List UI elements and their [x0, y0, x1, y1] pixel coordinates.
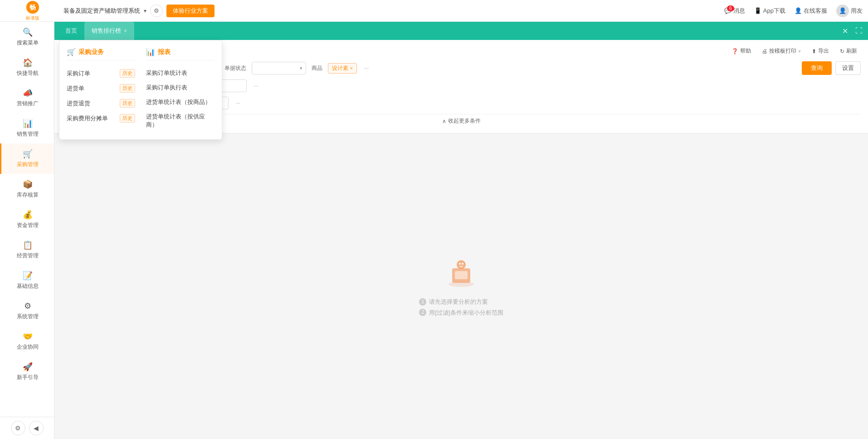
sidebar-label-inventory: 库存核算 [17, 191, 39, 199]
help-label: 帮助 [740, 47, 751, 55]
purchase-business-section: 🛒 采购业务 采购订单 历史 进货单 历史 进货退货 历史 采购费用分摊单 历史 [67, 48, 135, 132]
print-label: 按模板打印 [769, 47, 796, 55]
order-stats-label: 采购订单统计表 [146, 69, 187, 77]
voucher-status-select[interactable] [252, 62, 306, 74]
sidebar-item-search[interactable]: 🔍 搜索菜单 [0, 22, 54, 52]
goods-tag-text: 设计素 [332, 64, 348, 72]
print-dropdown-icon: ▾ [798, 48, 801, 54]
sidebar-item-nav[interactable]: 🏠 快捷导航 [0, 52, 54, 83]
empty-state: 1 请先选择要分析的方案 2 用[过滤]条件来缩小分析范围 [419, 255, 503, 318]
sidebar-item-marketing[interactable]: 📣 营销推广 [0, 83, 54, 113]
refresh-btn[interactable]: ↻ 刷新 [836, 45, 861, 57]
sidebar-item-base[interactable]: 📝 基础信息 [0, 265, 54, 296]
menu-item-return[interactable]: 进货退货 历史 [67, 96, 135, 111]
sidebar-label-collab: 企业协同 [17, 343, 39, 351]
base-icon: 📝 [23, 271, 33, 281]
tip-num-1: 1 [419, 298, 426, 306]
sidebar-label-base: 基础信息 [17, 282, 39, 290]
guide-icon: 🚀 [23, 362, 33, 372]
menu-sections: 🛒 采购业务 采购订单 历史 进货单 历史 进货退货 历史 采购费用分摊单 历史 [67, 48, 215, 132]
message-label: 消息 [733, 7, 745, 15]
sidebar-item-guide[interactable]: 🚀 新手引导 [0, 356, 54, 387]
settings-btn[interactable]: 设置 [835, 61, 861, 75]
salesman-more-btn[interactable]: ··· [252, 81, 260, 91]
system-name: 装备及固定资产辅助管理系统 [63, 7, 140, 15]
print-icon: 🖨 [762, 48, 767, 54]
incoming-badge: 历史 [120, 84, 135, 93]
tab-bar: 首页 销售排行榜 × ✕ ⛶ [54, 22, 868, 40]
order-exec-label: 采购订单执行表 [146, 84, 187, 92]
sidebar-item-system[interactable]: ⚙ 系统管理 [0, 296, 54, 326]
sidebar-label-system: 系统管理 [17, 313, 39, 321]
sidebar-item-sales[interactable]: 📊 销售管理 [0, 113, 54, 143]
menu-item-incoming-goods[interactable]: 进货单统计表（按商品） [146, 95, 215, 109]
online-service-label: 在线客服 [804, 7, 827, 15]
gear-button[interactable]: ⚙ [150, 5, 163, 17]
svg-point-5 [457, 260, 466, 269]
tab-close-icon[interactable]: × [124, 28, 127, 34]
collab-icon: 🤝 [23, 331, 33, 341]
goods-tag-close[interactable]: × [350, 65, 353, 71]
export-btn[interactable]: ⬆ 导出 [808, 45, 833, 57]
top-bar-right: 💬 6 消息 📱 App下载 👤 在线客服 👤 用友 [724, 5, 863, 17]
top-bar: 畅 标准版 装备及固定资产辅助管理系统 ▾ ⚙ 体验行业方案 💬 6 消息 📱 … [0, 0, 868, 22]
goods-more-btn[interactable]: ··· [362, 63, 371, 73]
sidebar-item-operations[interactable]: 📋 经营管理 [0, 235, 54, 265]
empty-tip-2: 2 用[过滤]条件来缩小分析范围 [419, 307, 503, 318]
incoming-label: 进货单 [67, 84, 84, 93]
incoming-supplier-label: 进货单统计表（按供应商） [146, 113, 215, 129]
menu-item-order-stats[interactable]: 采购订单统计表 [146, 66, 215, 80]
customer-more-btn[interactable]: ··· [234, 98, 242, 108]
tab-close-all-btn[interactable]: ✕ [840, 25, 850, 37]
collapse-sidebar-btn[interactable]: ◀ [29, 421, 44, 435]
system-dropdown[interactable]: ▾ [144, 8, 146, 14]
message-action[interactable]: 💬 6 消息 [724, 7, 745, 15]
home-icon: 🏠 [23, 58, 33, 68]
menu-item-incoming-supplier[interactable]: 进货单统计表（按供应商） [146, 109, 215, 132]
tab-maximize-btn[interactable]: ⛶ [853, 25, 864, 37]
query-btn[interactable]: 查询 [802, 61, 832, 75]
empty-illustration [443, 255, 479, 291]
message-badge: 6 [727, 5, 734, 11]
report-section-icon: 📊 [146, 48, 155, 56]
page-content: 1 请先选择要分析的方案 2 用[过滤]条件来缩小分析范围 [54, 133, 868, 439]
purchase-order-label: 采购订单 [67, 69, 90, 78]
help-btn[interactable]: ❓ 帮助 [728, 45, 755, 57]
sidebar-item-inventory[interactable]: 📦 库存核算 [0, 174, 54, 204]
logo-area: 畅 标准版 [5, 0, 60, 21]
menu-item-order-exec[interactable]: 采购订单执行表 [146, 80, 215, 95]
help-icon: ❓ [731, 48, 738, 54]
industry-btn[interactable]: 体验行业方案 [166, 5, 215, 17]
avatar: 👤 [836, 5, 849, 17]
operations-icon: 📋 [23, 240, 33, 250]
app-download-action[interactable]: 📱 App下载 [754, 7, 785, 15]
incoming-goods-label: 进货单统计表（按商品） [146, 98, 211, 106]
user-action[interactable]: 👤 用友 [836, 5, 863, 17]
tip-text-2: 用[过滤]条件来缩小分析范围 [429, 307, 503, 318]
settings-bottom-btn[interactable]: ⚙ [11, 421, 25, 435]
sidebar-item-finance[interactable]: 💰 资金管理 [0, 204, 54, 235]
tab-sales-rank[interactable]: 销售排行榜 × [84, 22, 134, 40]
purchase-order-badge: 历史 [120, 69, 135, 78]
empty-tips: 1 请先选择要分析的方案 2 用[过滤]条件来缩小分析范围 [419, 296, 503, 318]
tab-sales-rank-label: 销售排行榜 [92, 27, 121, 35]
online-service-action[interactable]: 👤 在线客服 [795, 7, 827, 15]
svg-rect-4 [455, 271, 468, 279]
tab-home[interactable]: 首页 [58, 22, 84, 40]
purchase-report-label: 报表 [158, 48, 171, 56]
tab-bar-actions: ✕ ⛶ [840, 25, 864, 37]
menu-item-expense[interactable]: 采购费用分摊单 历史 [67, 111, 135, 126]
sidebar-label-marketing: 营销推广 [17, 100, 39, 108]
return-label: 进货退货 [67, 99, 90, 108]
sidebar-item-purchase[interactable]: 🛒 采购管理 [0, 143, 54, 174]
refresh-label: 刷新 [846, 47, 857, 55]
menu-item-purchase-order[interactable]: 采购订单 历史 [67, 66, 135, 81]
sidebar-item-collab[interactable]: 🤝 企业协同 [0, 326, 54, 356]
print-btn[interactable]: 🖨 按模板打印 ▾ [758, 45, 805, 57]
menu-item-incoming[interactable]: 进货单 历史 [67, 81, 135, 96]
top-bar-center: 装备及固定资产辅助管理系统 ▾ ⚙ 体验行业方案 [60, 5, 724, 17]
sidebar-label-sales: 销售管理 [17, 130, 39, 138]
sidebar-bottom: ⚙ ◀ [0, 417, 54, 439]
sidebar: 🔍 搜索菜单 🏠 快捷导航 📣 营销推广 📊 销售管理 🛒 采购管理 📦 库存核… [0, 22, 54, 439]
export-icon: ⬆ [812, 48, 816, 54]
